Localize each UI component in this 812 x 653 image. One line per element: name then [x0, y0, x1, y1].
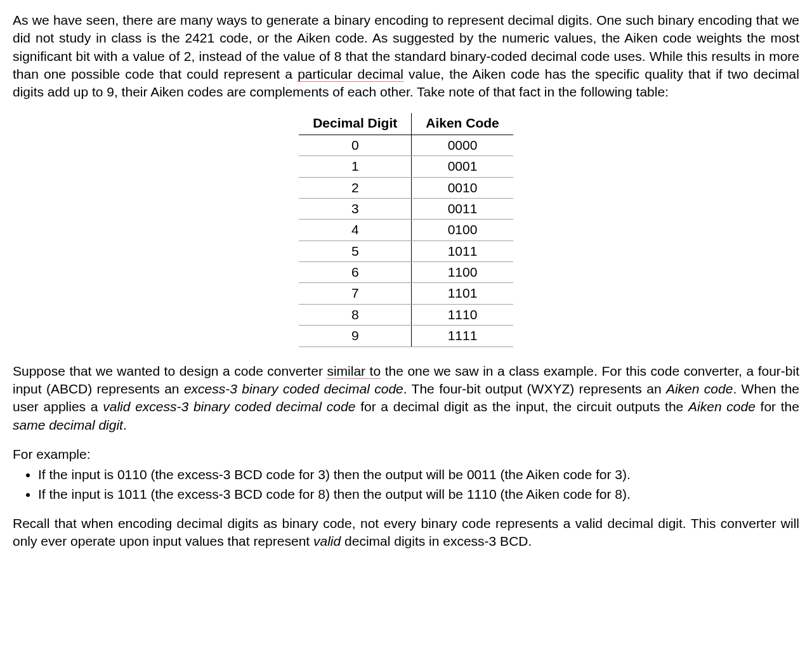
table-row: 51011: [299, 241, 513, 261]
spec-italic-3: valid excess-3 binary coded decimal code: [103, 399, 355, 414]
dotted-particular-decimal: particular decimal: [298, 67, 403, 82]
aiken-code-table: Decimal Digit Aiken Code 00000 10001 200…: [299, 113, 513, 347]
cell-code: 1101: [412, 283, 513, 304]
table-header-row: Decimal Digit Aiken Code: [299, 113, 513, 135]
spec-text-f: for the: [756, 399, 799, 414]
cell-code: 1100: [412, 262, 513, 283]
cell-digit: 2: [299, 177, 412, 198]
for-example-label: For example:: [13, 445, 799, 463]
recall-paragraph: Recall that when encoding decimal digits…: [13, 515, 799, 551]
header-decimal-digit: Decimal Digit: [299, 113, 412, 135]
spec-italic-1: excess-3 binary coded decimal code: [184, 381, 403, 396]
cell-code: 0010: [412, 177, 513, 198]
spec-italic-4: Aiken code: [688, 399, 756, 414]
recall-text-b: decimal digits in excess-3 BCD.: [341, 534, 532, 548]
list-item: If the input is 1011 (the excess-3 BCD c…: [38, 485, 799, 503]
table-row: 10001: [299, 156, 513, 177]
spec-text-c: . The four-bit output (WXYZ) represents …: [403, 381, 666, 396]
spec-italic-5: same decimal digit: [13, 418, 123, 432]
cell-digit: 0: [299, 135, 412, 156]
cell-code: 1011: [412, 241, 513, 261]
cell-digit: 1: [299, 156, 412, 177]
cell-digit: 9: [299, 326, 412, 346]
spec-text-a: Suppose that we wanted to design a code …: [13, 364, 327, 378]
table-row: 40100: [299, 220, 513, 241]
cell-code: 1111: [412, 326, 513, 346]
table-row: 20010: [299, 177, 513, 198]
table-row: 00000: [299, 135, 513, 156]
list-item: If the input is 0110 (the excess-3 BCD c…: [38, 466, 799, 484]
recall-italic: valid: [313, 534, 341, 548]
cell-code: 1110: [412, 304, 513, 325]
cell-digit: 8: [299, 304, 412, 325]
table-row: 71101: [299, 283, 513, 304]
cell-digit: 3: [299, 199, 412, 220]
spec-italic-2: Aiken code: [666, 381, 733, 396]
spec-text-e: for a decimal digit as the input, the ci…: [355, 399, 688, 414]
table-row: 91111: [299, 326, 513, 346]
intro-paragraph: As we have seen, there are many ways to …: [13, 11, 799, 102]
cell-code: 0000: [412, 135, 513, 156]
cell-digit: 4: [299, 220, 412, 241]
cell-digit: 6: [299, 262, 412, 283]
cell-code: 0001: [412, 156, 513, 177]
cell-code: 0011: [412, 199, 513, 220]
table-row: 30011: [299, 199, 513, 220]
spec-paragraph: Suppose that we wanted to design a code …: [13, 362, 799, 434]
cell-digit: 7: [299, 283, 412, 304]
cell-code: 0100: [412, 220, 513, 241]
dotted-similar-to: similar to: [327, 364, 381, 379]
table-row: 81110: [299, 304, 513, 325]
example-list: If the input is 0110 (the excess-3 BCD c…: [13, 466, 799, 503]
table-row: 61100: [299, 262, 513, 283]
spec-text-g: .: [123, 418, 127, 432]
header-aiken-code: Aiken Code: [412, 113, 513, 135]
cell-digit: 5: [299, 241, 412, 261]
